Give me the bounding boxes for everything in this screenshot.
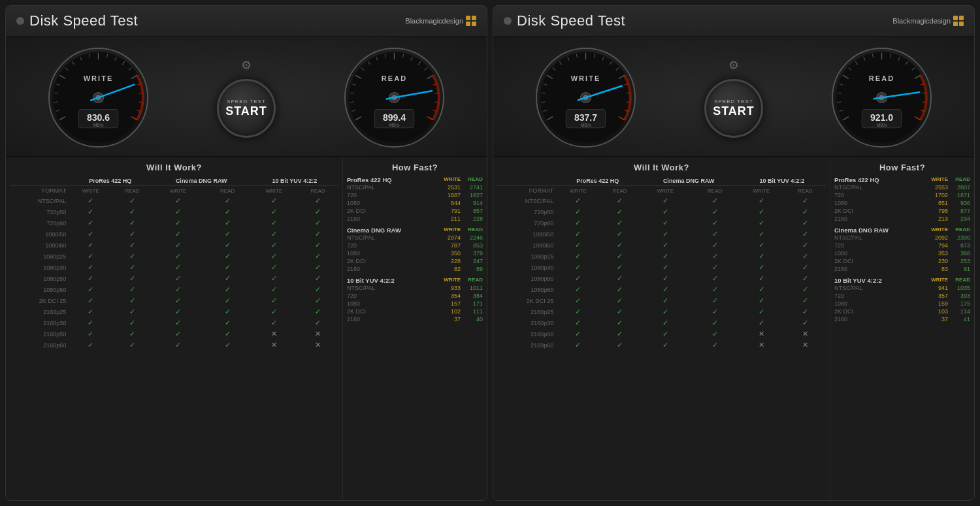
check-icon: ✓ xyxy=(575,219,581,227)
row-label: 2160 xyxy=(834,215,847,222)
row-label: 720 xyxy=(347,242,357,249)
check-cell: ✓ xyxy=(600,229,640,240)
svg-line-6 xyxy=(54,93,57,93)
check-icon: ✓ xyxy=(712,341,718,349)
check-cell: ✓ xyxy=(297,195,338,206)
check-icon: ✓ xyxy=(225,230,231,238)
start-button[interactable]: SPEED TEST START xyxy=(217,79,276,138)
write-value: 357 xyxy=(928,293,948,299)
how-fast-group: 10 Bit YUV 4:2:2WRITEREAD NTSC/PAL 933 1… xyxy=(347,277,483,323)
check-icon: ✓ xyxy=(712,263,718,271)
check-icon: ✓ xyxy=(225,197,231,204)
check-icon: ✓ xyxy=(315,319,321,326)
close-button[interactable] xyxy=(16,17,24,25)
settings-icon[interactable]: ⚙ xyxy=(728,58,739,72)
row-values: 353 388 xyxy=(928,250,970,257)
format-cell: 720p60 xyxy=(10,217,69,229)
check-icon: ✓ xyxy=(88,197,93,204)
list-item: 1080 353 388 xyxy=(834,249,970,257)
disk-speed-panel: Disk Speed Test Blackmagicdesign xyxy=(5,5,487,501)
check-cell: ✓ xyxy=(152,240,204,251)
check-icon: ✓ xyxy=(802,285,808,293)
settings-icon[interactable]: ⚙ xyxy=(241,58,252,72)
row-label: 720 xyxy=(834,293,844,299)
row-label: NTSC/PAL xyxy=(347,285,375,291)
check-icon: ✓ xyxy=(271,274,277,282)
list-item: 1080 844 914 xyxy=(347,199,483,207)
check-cell: ✓ xyxy=(152,317,204,328)
write-value: 798 xyxy=(928,208,948,214)
write-value: 2531 xyxy=(441,184,461,191)
check-icon: ✓ xyxy=(175,241,181,249)
check-cell: ✓ xyxy=(204,284,251,295)
check-icon: ✓ xyxy=(175,341,181,349)
how-fast-group: 10 Bit YUV 4:2:2WRITEREAD NTSC/PAL 941 1… xyxy=(834,277,970,323)
brand-icon xyxy=(466,16,476,26)
check-cell: ✓ xyxy=(69,262,112,273)
read-value: 379 xyxy=(463,250,483,257)
check-icon: ✓ xyxy=(662,241,668,249)
write-value: 2092 xyxy=(928,234,948,241)
check-icon: ✓ xyxy=(271,263,277,271)
check-icon: ✓ xyxy=(129,296,135,304)
how-fast-group: Cinema DNG RAWWRITEREAD NTSC/PAL 2092 23… xyxy=(834,227,970,273)
list-item: 720 357 393 xyxy=(834,292,970,300)
check-cell: ✓ xyxy=(738,317,785,328)
check-icon: ✓ xyxy=(617,252,623,260)
write-value: 791 xyxy=(441,208,461,214)
check-icon: ✓ xyxy=(88,296,93,304)
check-cell: ✓ xyxy=(69,195,112,206)
list-item: 720 1702 1871 xyxy=(834,191,970,199)
read-header: READ xyxy=(951,277,970,284)
list-item: 2160 37 41 xyxy=(834,315,970,323)
check-icon: ✓ xyxy=(575,274,581,282)
check-cell: ✓ xyxy=(297,295,338,306)
svg-line-99 xyxy=(837,93,841,93)
check-cell: ✓ xyxy=(297,306,338,317)
check-cell: ✓ xyxy=(251,217,297,229)
row-label: 2K DCI xyxy=(347,208,366,214)
check-icon: ✓ xyxy=(575,308,581,315)
check-cell: ✓ xyxy=(204,273,251,284)
list-item: 720 354 384 xyxy=(347,292,483,300)
table-row: 1080p50✓✓✓✓✓✓ xyxy=(10,273,338,284)
check-cell: ✓ xyxy=(692,328,738,340)
close-button[interactable] xyxy=(504,17,512,25)
check-icon: ✓ xyxy=(802,296,808,304)
write-value: 230 xyxy=(928,258,948,264)
group-name: 10 Bit YUV 4:2:2 xyxy=(347,277,395,284)
list-item: 2K DCI 102 111 xyxy=(347,308,483,315)
start-button[interactable]: SPEED TEST START xyxy=(704,79,763,138)
check-icon: ✓ xyxy=(617,208,623,215)
table-row: 1080p30✓✓✓✓✓✓ xyxy=(497,262,826,273)
read-header: READ xyxy=(463,227,483,234)
check-icon: ✓ xyxy=(225,296,231,304)
svg-line-114 xyxy=(923,102,926,103)
check-icon: ✓ xyxy=(712,197,718,204)
check-icon: ✓ xyxy=(617,274,623,282)
check-cell: ✓ xyxy=(297,273,338,284)
check-icon: ✓ xyxy=(662,341,668,349)
svg-text:MB/s: MB/s xyxy=(389,123,400,127)
check-cell: ✓ xyxy=(204,251,251,262)
check-icon: ✓ xyxy=(129,241,135,249)
write-value: 37 xyxy=(928,316,948,323)
how-fast-group-title: ProRes 422 HQWRITEREAD xyxy=(834,176,970,183)
check-icon: ✓ xyxy=(662,296,668,304)
check-cell: ✓ xyxy=(639,273,691,284)
read-value: 91 xyxy=(951,266,970,272)
check-cell: ✓ xyxy=(738,306,785,317)
row-values: 794 873 xyxy=(928,242,970,249)
check-cell: ✓ xyxy=(639,229,691,240)
row-values: 37 41 xyxy=(928,316,970,323)
check-icon: ✓ xyxy=(225,341,231,349)
check-icon: ✓ xyxy=(175,208,181,215)
check-cell: ✓ xyxy=(113,262,152,273)
check-cell: ✓ xyxy=(152,206,204,217)
check-cell: ✓ xyxy=(204,195,251,206)
table-row: 2K DCI 25✓✓✓✓✓✓ xyxy=(10,295,338,306)
row-label: 2K DCI xyxy=(834,308,853,315)
group-name: Cinema DNG RAW xyxy=(347,227,401,234)
svg-line-83 xyxy=(627,102,630,103)
check-icon: ✓ xyxy=(759,319,764,326)
